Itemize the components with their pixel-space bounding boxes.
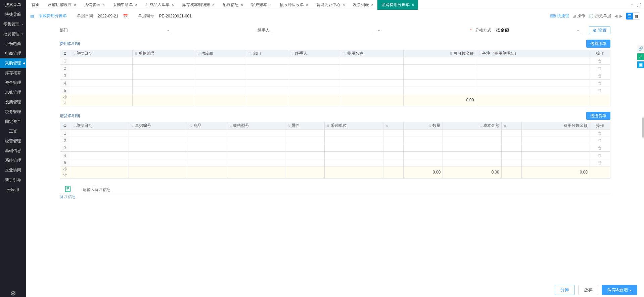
table-row[interactable]: 5🗑 xyxy=(60,159,610,166)
close-icon[interactable]: × xyxy=(241,3,243,7)
gear-icon[interactable]: ⚙ xyxy=(60,50,70,57)
sidebar-item[interactable]: 经营管理 xyxy=(0,136,26,146)
close-icon[interactable]: × xyxy=(135,3,137,7)
sort-icon[interactable]: ⇅ xyxy=(450,52,452,55)
delete-icon[interactable]: 🗑 xyxy=(598,88,602,93)
sidebar-item[interactable]: 快捷导航 xyxy=(0,10,26,19)
table-row[interactable]: 2🗑 xyxy=(60,137,610,144)
nav-prev-icon[interactable]: ◀ xyxy=(614,14,617,18)
sidebar-item[interactable]: 企业协同 xyxy=(0,165,26,175)
column-header[interactable]: ⇅采购单位 xyxy=(325,122,383,130)
calendar-icon[interactable]: 📅 xyxy=(123,14,128,18)
tab[interactable]: 配置信息× xyxy=(219,0,247,10)
sidebar-item[interactable]: 电商管理 xyxy=(0,49,26,58)
tab[interactable]: 采购申请单× xyxy=(109,0,141,10)
close-icon[interactable]: × xyxy=(306,3,308,7)
sort-icon[interactable]: ⇅ xyxy=(197,52,200,55)
column-header[interactable]: ⇅商品 xyxy=(187,122,227,130)
select-expense-button[interactable]: 选费用单 xyxy=(586,40,610,48)
close-icon[interactable]: × xyxy=(371,3,373,7)
expand-tool-icon[interactable]: ⤢ xyxy=(637,53,644,60)
sidebar-item[interactable]: 发票管理 xyxy=(0,97,26,107)
attachment-icon[interactable]: 🔗 xyxy=(637,45,644,52)
sidebar-item[interactable]: 批发管理▾ xyxy=(0,29,26,39)
column-header[interactable]: ⇅单据日期 xyxy=(70,50,133,57)
sidebar-item[interactable]: 总账管理 xyxy=(0,88,26,97)
nav-next-icon[interactable]: ▶ xyxy=(619,14,623,18)
tab[interactable]: 首页 xyxy=(28,0,44,10)
sidebar-footer-gear[interactable] xyxy=(0,290,26,297)
sort-icon[interactable]: ⇅ xyxy=(478,52,481,55)
sort-icon[interactable]: ⇅ xyxy=(189,124,192,128)
actions-link[interactable]: ⊞ 操作 xyxy=(572,13,585,19)
sort-icon[interactable]: ⇅ xyxy=(229,124,232,128)
tab[interactable]: 发票列表× xyxy=(349,0,377,10)
column-header[interactable]: ⇅规格型号 xyxy=(227,122,286,130)
sidebar-item[interactable]: 固定资产 xyxy=(0,117,26,127)
delete-icon[interactable]: 🗑 xyxy=(598,66,602,71)
detail-tool-icon[interactable]: ▣ xyxy=(637,61,644,68)
column-header[interactable]: ⇅单据编号 xyxy=(133,50,195,57)
sort-icon[interactable]: ⇅ xyxy=(343,52,346,55)
column-header[interactable]: ⇅数量 xyxy=(404,122,443,130)
tab[interactable]: 采购费用分摊单× xyxy=(377,0,418,10)
alloc-input[interactable] xyxy=(494,26,581,34)
column-header[interactable]: ⇅费用名称 xyxy=(341,50,404,57)
close-icon[interactable]: × xyxy=(172,3,174,7)
table-row[interactable]: 1🗑 xyxy=(60,130,610,137)
delete-icon[interactable]: 🗑 xyxy=(598,153,602,158)
column-header[interactable]: ⇅经手人 xyxy=(289,50,341,57)
discard-button[interactable]: 放弃 xyxy=(578,285,598,295)
sort-icon[interactable]: ⇅ xyxy=(479,124,482,128)
table-row[interactable]: 3🗑 xyxy=(60,72,610,80)
handler-input[interactable] xyxy=(272,26,373,34)
table-row[interactable]: 3🗑 xyxy=(60,144,610,152)
column-header[interactable]: ⇅可分摊金额 xyxy=(404,50,476,57)
close-icon[interactable]: × xyxy=(212,3,215,7)
delete-icon[interactable]: 🗑 xyxy=(598,131,602,136)
gear-icon[interactable]: ⚙ xyxy=(60,122,70,130)
sort-icon[interactable]: ⇅ xyxy=(131,124,134,128)
quick-create-link[interactable]: ⌨ 快捷键 xyxy=(550,13,569,19)
sort-icon[interactable]: ⇅ xyxy=(504,124,506,128)
close-icon[interactable]: × xyxy=(412,3,414,7)
history-link[interactable]: 🕘 历史单据 xyxy=(589,13,611,19)
sort-icon[interactable]: ⇅ xyxy=(291,52,294,55)
sort-icon[interactable]: ⇅ xyxy=(249,52,252,55)
view-list-icon[interactable]: ☰ xyxy=(626,13,633,19)
sidebar-item[interactable]: 工资 xyxy=(0,127,26,136)
sort-icon[interactable]: ⇅ xyxy=(327,124,329,128)
handler-browse-icon[interactable]: ⋯ xyxy=(378,28,382,33)
sidebar-item[interactable]: 基础信息 xyxy=(0,146,26,156)
column-header[interactable]: ⇅单据日期 xyxy=(70,122,129,130)
sidebar-item[interactable]: 税务管理 xyxy=(0,107,26,117)
sort-icon[interactable]: ⇅ xyxy=(287,124,290,128)
tab[interactable]: 旺铺店铺设置× xyxy=(44,0,80,10)
table-row[interactable]: 2🗑 xyxy=(60,65,610,72)
column-header[interactable]: ⇅ xyxy=(383,122,404,130)
sidebar-item[interactable]: 小畅电商 xyxy=(0,39,26,49)
sidebar-item[interactable]: 系统管理 xyxy=(0,156,26,165)
table-row[interactable]: 4🗑 xyxy=(60,80,610,87)
column-header[interactable]: 费用分摊金额 xyxy=(522,122,590,130)
tab[interactable]: 店铺管理× xyxy=(80,0,109,10)
select-purchase-button[interactable]: 选进货单 xyxy=(586,112,610,120)
settings-button[interactable]: ⚙ 设置 xyxy=(589,26,610,34)
tab[interactable]: 产成品入库单× xyxy=(141,0,178,10)
scrollbar-thumb[interactable] xyxy=(642,117,644,138)
chevron-down-icon[interactable]: ▾ xyxy=(577,29,579,32)
sidebar-item[interactable]: 云应用 xyxy=(0,185,26,195)
sort-icon[interactable]: ⇅ xyxy=(72,124,75,128)
sidebar-item[interactable]: 搜索菜单 xyxy=(0,0,26,10)
sort-icon[interactable]: ⇅ xyxy=(72,52,75,55)
close-icon[interactable]: × xyxy=(269,3,272,7)
dept-input[interactable] xyxy=(71,26,171,34)
delete-icon[interactable]: 🗑 xyxy=(598,73,602,78)
column-header[interactable]: ⇅属性 xyxy=(285,122,325,130)
sort-icon[interactable]: ⇅ xyxy=(385,124,388,128)
view-card-icon[interactable]: ▦ xyxy=(633,13,640,19)
column-header[interactable]: ⇅单据编号 xyxy=(129,122,188,130)
sidebar-item[interactable]: 采购管理◀ xyxy=(0,58,26,68)
delete-icon[interactable]: 🗑 xyxy=(598,81,602,86)
sidebar-item[interactable]: 零售管理▾ xyxy=(0,19,26,29)
